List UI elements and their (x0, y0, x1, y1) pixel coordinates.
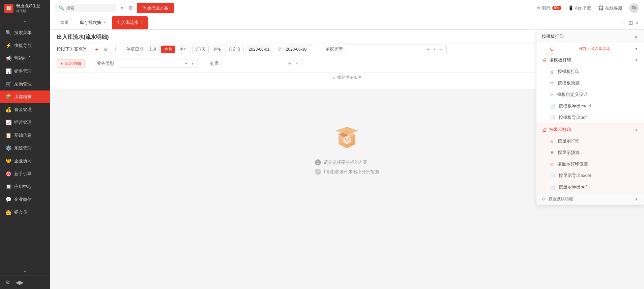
date-btn-last-month[interactable]: 上月 (146, 46, 160, 53)
sidebar-item-sales[interactable]: 📊 销售管理 (0, 65, 50, 78)
sidebar-item-app-center[interactable]: 🔲 应用中心 (0, 180, 50, 193)
logo-title: 畅捷通好生意 (16, 3, 40, 9)
tab-expand-icon[interactable]: ⊞ (628, 20, 633, 26)
dp-section-template-print: 🖨 按模板打印 ▼ 🖨 按模板打印 👁 按模板预览 ✏ (536, 54, 644, 124)
membership-icon: 👑 (5, 209, 11, 215)
sidebar-item-operations[interactable]: 📈 经营管理 (0, 116, 50, 129)
topbar-dropdown-arrow[interactable]: ▼ (120, 6, 124, 10)
tab-home-label: 首页 (60, 20, 69, 26)
sidebar-toggle-icon[interactable]: ◀▶ (16, 279, 24, 286)
tab-batch-account-close[interactable]: × (104, 20, 106, 25)
tab-batch-account[interactable]: 库存批次账 × (75, 16, 111, 29)
tab-home[interactable]: 首页 (55, 16, 74, 29)
wecom-icon: 💬 (5, 196, 11, 203)
sidebar-logo: 畅 畅捷通好生意 标准版 (0, 0, 50, 17)
dp-section-template-print-header[interactable]: 🖨 按模板打印 ▼ (536, 54, 644, 66)
doc-type-select[interactable]: ▼ ··· (346, 45, 447, 54)
dp-item-display-pdf[interactable]: 📄 按显示导出pdf (536, 181, 644, 193)
dp-item-display-settings[interactable]: ⚙ 按显示打印设置 (536, 158, 644, 170)
dp-item-template-pdf[interactable]: 📄 按模板导出pdf (536, 112, 644, 123)
date-input-group: 至 (246, 46, 313, 53)
svg-point-6 (348, 138, 349, 139)
template-print-section-arrow: ▼ (635, 58, 638, 62)
dp-item-template-custom[interactable]: ✏ 模板自定义设计 (536, 89, 644, 100)
business-type-dropdown[interactable] (121, 61, 189, 66)
sidebar-item-wecom[interactable]: 💬 企业微信 (0, 193, 50, 206)
inventory-icon: 📦 (5, 94, 11, 100)
scroll-up-arrow[interactable]: ▲ (22, 18, 28, 24)
sidebar-item-inventory[interactable]: 📦 库存核算 (0, 90, 50, 103)
search-box[interactable]: 🔍 (55, 4, 116, 12)
sidebar-item-membership[interactable]: 👑 畅会员 (0, 206, 50, 219)
search-input[interactable] (66, 6, 107, 10)
warehouse-dropdown[interactable] (225, 61, 292, 66)
message-btn[interactable]: ✉ 消息 99+ (536, 5, 561, 11)
sidebar-item-enterprise[interactable]: 🤝 企业协同 (0, 155, 50, 167)
doc-type-dropdown[interactable] (349, 47, 431, 52)
sidebar-item-purchase[interactable]: 🛒 采购管理 (0, 78, 50, 90)
sidebar-item-system[interactable]: ⚙️ 系统管理 (0, 142, 50, 155)
dp-item-template-preview[interactable]: 👁 按模板预览 (536, 77, 644, 89)
dp-item-display-excel-label: 按显示导出excel (559, 173, 591, 179)
filter-add-btn[interactable]: ＋ (94, 46, 99, 53)
tab-flow-detail-close[interactable]: × (141, 20, 143, 25)
doc-type-more[interactable]: ··· (438, 46, 443, 52)
sidebar-item-quick-nav[interactable]: ⚡ 快捷导航 (0, 39, 50, 52)
sidebar-item-basic-info[interactable]: 📋 基础信息 (0, 129, 50, 142)
sidebar-item-marketing[interactable]: 📢 营销推广 (0, 52, 50, 65)
svg-point-4 (343, 136, 351, 144)
business-type-select[interactable]: ▼ (117, 59, 198, 68)
dp-item-display-print[interactable]: 🖨 按显示打印 (536, 135, 644, 147)
tab-flow-detail[interactable]: 出入库流水 × (112, 16, 148, 29)
date-start-input[interactable] (246, 46, 276, 53)
dp-section-display-print-header[interactable]: 🖨 按显示打印 ▲ (536, 124, 644, 135)
active-filter-label: 流水明细 (65, 61, 81, 67)
topbar: 🔍 ▼ ⚙ 体验行业方案 ✉ 消息 99+ 📱 App下载 🎧 在线客服 Rit (50, 0, 644, 16)
date-btn-more[interactable]: 更多 (210, 46, 224, 53)
tab-close-all-icon[interactable]: × (636, 20, 639, 26)
warehouse-select[interactable]: ··· (222, 59, 302, 68)
filter-tag-dot: ● (60, 61, 63, 66)
sidebar-item-label: 企业协同 (14, 158, 32, 164)
newbie-icon: 🎯 (5, 171, 11, 177)
scroll-down-arrow[interactable]: ▼ (22, 268, 28, 275)
date-end-input[interactable] (283, 46, 313, 53)
filter-setting-icon[interactable]: ⚙ (104, 47, 108, 52)
sidebar-item-label: 经营管理 (14, 120, 32, 126)
date-btn-custom[interactable]: 自定义 (226, 46, 244, 53)
dp-item-template-excel[interactable]: 📄 按模板导出excel (536, 100, 644, 112)
sidebar-item-finance[interactable]: 💰 资金管理 (0, 103, 50, 116)
warehouse-more[interactable]: ··· (294, 60, 299, 67)
online-service-btn[interactable]: 🎧 在线客服 (598, 5, 622, 11)
topbar-gear-icon[interactable]: ⚙ (128, 5, 133, 11)
trial-btn[interactable]: 体验行业方案 (137, 3, 174, 13)
date-btn-7days[interactable]: 近7天 (192, 46, 209, 53)
sidebar-settings-icon[interactable]: ⚙ (5, 279, 10, 286)
logo-text-block: 畅捷通好生意 标准版 (16, 3, 40, 14)
sidebar-item-label: 营销推广 (14, 55, 32, 61)
app-download-icon: 📱 (568, 5, 574, 10)
dropdown-up-arrow[interactable]: ▲ (634, 34, 638, 39)
dp-item-template-print[interactable]: 🖨 按模板打印 (536, 66, 644, 77)
sidebar-item-search-menu[interactable]: 🔍 搜索菜单 (0, 26, 50, 39)
user-avatar[interactable]: Rit (629, 3, 639, 13)
sidebar-item-newbie[interactable]: 🎯 新手引导 (0, 167, 50, 180)
app-download-label: App下载 (575, 5, 591, 11)
dp-settings-row[interactable]: ⚙ 设置默认功能 ▼ (536, 193, 644, 205)
filter-collapse-icon[interactable]: 《 (112, 46, 117, 52)
dp-section-display-title: 🖨 按显示打印 (542, 127, 571, 133)
chevron-up-icon: ∧ (333, 75, 336, 80)
dp-item-display-excel[interactable]: 📄 按显示导出excel (536, 170, 644, 181)
app-download-btn[interactable]: 📱 App下载 (568, 5, 591, 11)
date-btn-this-year[interactable]: 本年 (177, 46, 191, 53)
active-filter-tag: ● 流水明细 (57, 59, 85, 68)
sidebar-item-label: 销售管理 (14, 68, 32, 74)
dp-section-template-title: 🖨 按模板打印 (542, 57, 571, 63)
tab-minimize-icon[interactable]: — (620, 20, 626, 26)
dp-item-display-pdf-label: 按显示导出pdf (559, 184, 587, 190)
message-icon: ✉ (536, 5, 540, 10)
sidebar-item-label: 系统管理 (14, 145, 32, 151)
date-btn-this-month[interactable]: 本月 (161, 46, 175, 53)
purchase-icon: 🛒 (5, 81, 11, 87)
dp-item-display-preview[interactable]: 👁 按显示预览 (536, 147, 644, 158)
